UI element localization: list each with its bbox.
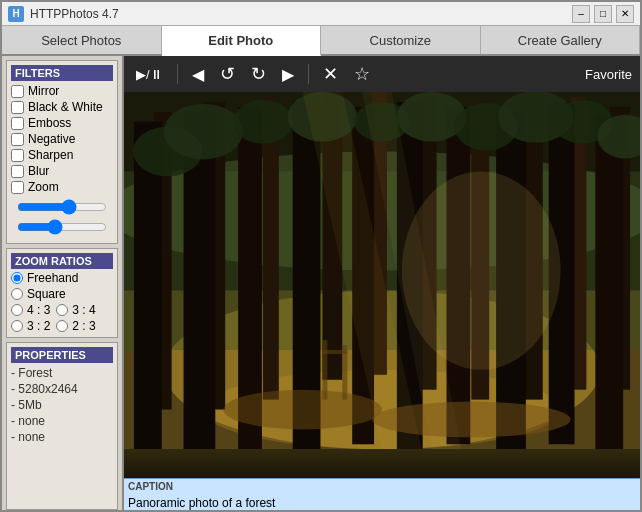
- filter-blur: Blur: [11, 163, 113, 179]
- tab-create-gallery[interactable]: Create Gallery: [481, 26, 641, 54]
- left-panel: FILTERS Mirror Black & White Emboss Nega…: [2, 56, 124, 512]
- favorite-area: Favorite: [585, 67, 632, 82]
- zoom-2-3-row: 2 : 3: [56, 319, 95, 333]
- main-content: FILTERS Mirror Black & White Emboss Nega…: [2, 56, 640, 512]
- filter-sharpen: Sharpen: [11, 147, 113, 163]
- filter-emboss: Emboss: [11, 115, 113, 131]
- filter-bw: Black & White: [11, 99, 113, 115]
- svg-rect-43: [322, 350, 347, 354]
- bw-label: Black & White: [28, 100, 103, 114]
- properties-header: PROPERTIES: [11, 347, 113, 363]
- filter-zoom: Zoom: [11, 179, 113, 195]
- zoom-ratio-pair-1: 4 : 3 3 : 4: [11, 303, 113, 317]
- svg-point-28: [233, 100, 293, 144]
- blur-label: Blur: [28, 164, 49, 178]
- contrast-slider-container: [11, 219, 113, 235]
- caption-input[interactable]: [128, 494, 636, 512]
- prop-name: - Forest: [11, 365, 113, 381]
- zoom-section: ZOOM RATIOS Freehand Square 4 : 3: [6, 248, 118, 338]
- nav-tabs: Select Photos Edit Photo Customize Creat…: [2, 26, 640, 56]
- svg-rect-41: [322, 340, 327, 400]
- zoom-4-3-row: 4 : 3: [11, 303, 50, 317]
- rotate-right-button[interactable]: ↻: [247, 61, 270, 87]
- prev-button[interactable]: ◀: [188, 63, 208, 86]
- svg-rect-25: [595, 117, 623, 449]
- prop-size: - 5Mb: [11, 397, 113, 413]
- negative-checkbox[interactable]: [11, 133, 24, 146]
- caption-area: CAPTION: [124, 478, 640, 512]
- zoom-header: ZOOM RATIOS: [11, 253, 113, 269]
- prop-none-1: - none: [11, 413, 113, 429]
- svg-point-38: [402, 171, 561, 369]
- title-bar: H HTTPPhotos 4.7 – □ ✕: [2, 2, 640, 26]
- zoom-square-row: Square: [11, 287, 113, 301]
- filters-header: FILTERS: [11, 65, 113, 81]
- rotate-left-button[interactable]: ↺: [216, 61, 239, 87]
- filter-mirror: Mirror: [11, 83, 113, 99]
- zoom-checkbox[interactable]: [11, 181, 24, 194]
- mirror-checkbox[interactable]: [11, 85, 24, 98]
- app-icon: H: [8, 6, 24, 22]
- zoom-2-3-label: 2 : 3: [72, 319, 95, 333]
- svg-point-39: [223, 390, 382, 430]
- zoom-3-4-row: 3 : 4: [56, 303, 95, 317]
- zoom-square-radio[interactable]: [11, 288, 23, 300]
- favorite-star-button[interactable]: ☆: [350, 61, 374, 87]
- tab-select-photos[interactable]: Select Photos: [2, 26, 162, 54]
- favorite-label: Favorite: [585, 67, 632, 82]
- svg-point-31: [397, 92, 466, 142]
- forest-svg: [124, 92, 640, 449]
- zoom-label: Zoom: [28, 180, 59, 194]
- zoom-3-2-label: 3 : 2: [27, 319, 50, 333]
- negative-label: Negative: [28, 132, 75, 146]
- prop-dimensions: - 5280x2464: [11, 381, 113, 397]
- prop-none-2: - none: [11, 429, 113, 445]
- blur-checkbox[interactable]: [11, 165, 24, 178]
- contrast-slider[interactable]: [17, 219, 107, 235]
- next-button[interactable]: ▶: [278, 63, 298, 86]
- properties-section: PROPERTIES - Forest - 5280x2464 - 5Mb - …: [6, 342, 118, 510]
- zoom-4-3-radio[interactable]: [11, 304, 23, 316]
- svg-point-40: [372, 402, 570, 438]
- zoom-ratio-pair-2: 3 : 2 2 : 3: [11, 319, 113, 333]
- zoom-3-4-label: 3 : 4: [72, 303, 95, 317]
- emboss-checkbox[interactable]: [11, 117, 24, 130]
- app-title: HTTPPhotos 4.7: [30, 7, 572, 21]
- svg-point-27: [164, 104, 243, 160]
- close-button[interactable]: ✕: [616, 5, 634, 23]
- brightness-slider[interactable]: [17, 199, 107, 215]
- mirror-label: Mirror: [28, 84, 59, 98]
- zoom-2-3-radio[interactable]: [56, 320, 68, 332]
- sharpen-label: Sharpen: [28, 148, 73, 162]
- maximize-button[interactable]: □: [594, 5, 612, 23]
- photo-toolbar: ▶/⏸ ◀ ↺ ↻ ▶ ✕ ☆ Favorite: [124, 56, 640, 92]
- toolbar-sep-1: [177, 64, 178, 84]
- tab-edit-photo[interactable]: Edit Photo: [162, 26, 322, 56]
- caption-label: CAPTION: [128, 481, 636, 492]
- bw-checkbox[interactable]: [11, 101, 24, 114]
- zoom-3-2-row: 3 : 2: [11, 319, 50, 333]
- sharpen-checkbox[interactable]: [11, 149, 24, 162]
- photo-display: [124, 92, 640, 478]
- toolbar-sep-2: [308, 64, 309, 84]
- zoom-4-3-label: 4 : 3: [27, 303, 50, 317]
- close-photo-button[interactable]: ✕: [319, 61, 342, 87]
- photo-container[interactable]: [124, 92, 640, 478]
- minimize-button[interactable]: –: [572, 5, 590, 23]
- zoom-freehand-radio[interactable]: [11, 272, 23, 284]
- zoom-freehand-row: Freehand: [11, 271, 113, 285]
- filters-section: FILTERS Mirror Black & White Emboss Nega…: [6, 60, 118, 244]
- zoom-square-label: Square: [27, 287, 66, 301]
- right-area: ▶/⏸ ◀ ↺ ↻ ▶ ✕ ☆ Favorite: [124, 56, 640, 512]
- zoom-freehand-label: Freehand: [27, 271, 78, 285]
- emboss-label: Emboss: [28, 116, 71, 130]
- zoom-3-4-radio[interactable]: [56, 304, 68, 316]
- play-pause-button[interactable]: ▶/⏸: [132, 65, 167, 84]
- window-controls: – □ ✕: [572, 5, 634, 23]
- brightness-slider-container: [11, 199, 113, 215]
- zoom-3-2-radio[interactable]: [11, 320, 23, 332]
- zoom-radio-group: Freehand Square 4 : 3 3 : 4: [11, 271, 113, 333]
- filter-negative: Negative: [11, 131, 113, 147]
- tab-customize[interactable]: Customize: [321, 26, 481, 54]
